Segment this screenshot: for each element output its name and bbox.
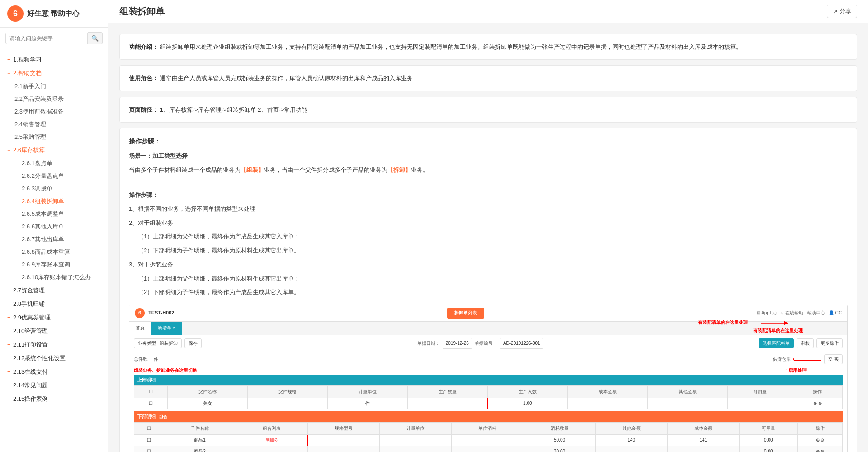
search-input[interactable] bbox=[5, 33, 88, 44]
expand-icon-2-9: + bbox=[7, 314, 10, 321]
btm-th-total: 成本金额 bbox=[667, 422, 739, 434]
step3-1: （1）上部明细为父件明细，最终作为原材料生成其它出库单； bbox=[138, 273, 848, 285]
use-role-text: 通常由生产人员或库管人员完成拆装业务的操作，库管人员确认原材料的出库和产成品的入… bbox=[160, 75, 413, 81]
top-td-name-1: 美女 bbox=[167, 398, 247, 409]
sidebar-item-2-14[interactable]: + 2.14常见问题 bbox=[0, 379, 108, 392]
sidebar-header: 6 好生意 帮助中心 bbox=[0, 0, 108, 28]
app-btn-save[interactable]: 保存 bbox=[184, 338, 202, 348]
sidebar-item-2-6[interactable]: − 2.6库存核算 bbox=[0, 143, 108, 157]
sidebar-item-2-8[interactable]: + 2.8手机旺铺 bbox=[0, 297, 108, 311]
app-btn-more[interactable]: 更多操作 bbox=[816, 338, 843, 348]
btm-td-name-2: 商品2 bbox=[164, 446, 236, 452]
sidebar-item-label-2-8: 2.8手机旺铺 bbox=[13, 300, 45, 308]
logo-icon: 6 bbox=[7, 5, 24, 22]
content-area: 功能介绍： 组装拆卸单用来处理企业组装或拆卸等加工业务，支持有固定装配清单的产品… bbox=[108, 23, 868, 452]
sidebar-item-2-6-10[interactable]: 2.6.10库存账本错了怎么办 bbox=[0, 271, 108, 284]
btm-th-qty: 消耗数量 bbox=[524, 422, 595, 434]
btm-td-consume-2 bbox=[452, 446, 524, 452]
sidebar-subitem-label-2-6-5: 2.6.5成本调整单 bbox=[22, 210, 64, 218]
app-tab-new: 新增单 × bbox=[151, 322, 182, 335]
step3-2: （2）下部明细为子件明细，最终作为产成品生成其它入库单。 bbox=[138, 287, 848, 298]
btm-td-unit-1 bbox=[380, 434, 452, 446]
sidebar-item-2-15[interactable]: + 2.15操作案例 bbox=[0, 392, 108, 406]
app-btn-bom[interactable]: 选择匹配料单 bbox=[759, 338, 794, 348]
sidebar-item-label-2-12: 2.12系统个性化设置 bbox=[13, 354, 66, 362]
scene1-title: 场景一：加工类型选择 bbox=[129, 152, 188, 159]
btm-td-avail-1: 0.00 bbox=[739, 434, 797, 446]
share-button[interactable]: ↗ 分享 bbox=[827, 5, 857, 18]
sidebar-item-label-2-11: 2.11打印设置 bbox=[13, 341, 48, 349]
app-warehouse-label: 供货仓库 bbox=[773, 355, 791, 363]
step3: 3、对于拆装业务 bbox=[129, 259, 848, 271]
app-tab-home: 首页 bbox=[129, 322, 151, 335]
expand-icon-1: + bbox=[7, 57, 10, 63]
steps-title: 操作步骤： bbox=[129, 136, 848, 147]
btm-row-2: ☐ 商品2 30.00 0.00 bbox=[134, 446, 843, 452]
step2: 2、对于组装业务 bbox=[129, 218, 848, 229]
sidebar-item-2-11[interactable]: + 2.11打印设置 bbox=[0, 338, 108, 352]
sidebar-item-2-7[interactable]: + 2.7资金管理 bbox=[0, 284, 108, 297]
nav-tree: + 1.视频学习 − 2.帮助文档 2.1新手入门 2.2产品安装及登录 2.3… bbox=[0, 49, 108, 452]
sidebar-item-2-13[interactable]: + 2.13在线支付 bbox=[0, 365, 108, 379]
sidebar-item-2-6-6[interactable]: 2.6.6其他入库单 bbox=[0, 220, 108, 233]
expand-icon-2-13: + bbox=[7, 369, 10, 375]
sidebar-subitem-label-2-6-3: 2.6.3调拨单 bbox=[22, 185, 52, 193]
step2-2: （2）下部明细为子件明细，最终作为原材料生成其它出库单。 bbox=[138, 245, 848, 257]
sidebar-subitem-label-2-6-10: 2.6.10库存账本错了怎么办 bbox=[22, 273, 91, 281]
btm-td-consume-1 bbox=[452, 434, 524, 446]
func-intro-text: 组装拆卸单用来处理企业组装或拆卸等加工业务，支持有固定装配清单的产品加工业务，也… bbox=[160, 43, 742, 50]
sidebar-item-2-6-4[interactable]: 2.6.4组装拆卸单 bbox=[0, 195, 108, 208]
sidebar-item-2-4[interactable]: 2.4销售管理 bbox=[0, 118, 108, 131]
annotation-bom: 有装配清单的在这里处理 bbox=[753, 327, 803, 335]
btm-td-qty-2: 30.00 bbox=[524, 446, 595, 452]
sidebar-item-label-2: 2.帮助文档 bbox=[13, 69, 42, 77]
app-topbar: 6 TEST-H002 拆卸单列表 ⊞ AppT助 ⊕ 在线帮助 帮助中心 👤 … bbox=[129, 305, 847, 322]
app-warehouse-input bbox=[793, 358, 821, 361]
app-toolbar: 业务类型 组装拆卸 保存 单据日期： 2019-12-26 单据编号： AD-2… bbox=[129, 335, 847, 352]
sidebar-item-2-6-8[interactable]: 2.6.8商品成本重算 bbox=[0, 246, 108, 258]
btm-td-unit-2 bbox=[380, 446, 452, 452]
top-td-other-1 bbox=[647, 398, 727, 409]
btm-td-other-1: 140 bbox=[595, 434, 667, 446]
sidebar-item-2-1[interactable]: 2.1新手入门 bbox=[0, 80, 108, 93]
sidebar-item-2-6-5[interactable]: 2.6.5成本调整单 bbox=[0, 208, 108, 220]
app-bottom-section-header: 下部明细 组合 bbox=[134, 411, 843, 422]
top-td-op-1: ⊕ ⊖ bbox=[793, 398, 842, 409]
top-td-prodin-1: 1.00 bbox=[487, 398, 567, 409]
sidebar-item-label-2-14: 2.14常见问题 bbox=[13, 381, 48, 390]
btm-row-1: ☐ 商品1 明细公 50.00 140 141 0.00 bbox=[134, 434, 843, 446]
app-btn-doctype[interactable]: 业务类型 组装拆卸 bbox=[134, 338, 182, 348]
sidebar-item-2-6-2[interactable]: 2.6.2分量盘点单 bbox=[0, 170, 108, 182]
sidebar-subitem-label-2-6-7: 2.6.7其他出库单 bbox=[22, 235, 64, 243]
sidebar-item-2-6-7[interactable]: 2.6.7其他出库单 bbox=[0, 233, 108, 246]
sidebar-item-2-2[interactable]: 2.2产品安装及登录 bbox=[0, 93, 108, 105]
sidebar-item-2-10[interactable]: + 2.10经营管理 bbox=[0, 324, 108, 338]
page-path-text: 1、库存核算->库存管理->组装拆卸单 2、首页->常用功能 bbox=[160, 106, 308, 113]
sidebar-item-2-5[interactable]: 2.5采购管理 bbox=[0, 131, 108, 143]
sidebar-item-1[interactable]: + 1.视频学习 bbox=[0, 53, 108, 67]
sidebar-subitem-label-2-2: 2.2产品安装及登录 bbox=[14, 95, 64, 103]
app-btn-audit[interactable]: 审核 bbox=[797, 338, 814, 348]
sidebar-item-2-9[interactable]: + 2.9优惠券管理 bbox=[0, 311, 108, 324]
sidebar-subitem-label-2-6-1: 2.6.1盘点单 bbox=[22, 159, 52, 167]
step1: 1、根据不同的业务，选择不同单据的类型来处理 bbox=[129, 204, 848, 215]
app-bom-area: 有装配清单的在这里处理 选择匹配料单 bbox=[759, 338, 794, 348]
sidebar-item-2-6-9[interactable]: 2.6.9库存账本查询 bbox=[0, 258, 108, 271]
app-btn-confirm[interactable]: 立 实 bbox=[824, 354, 843, 364]
sidebar-subitem-label-2-5: 2.5采购管理 bbox=[14, 133, 46, 141]
top-th-checkbox: ☐ bbox=[134, 385, 168, 398]
expand-icon-2-11: + bbox=[7, 342, 10, 348]
btm-td-op-2: ⊕ ⊖ bbox=[797, 446, 842, 452]
sidebar-subitem-label-2-6-8: 2.6.8商品成本重算 bbox=[22, 248, 70, 256]
top-td-unit-1: 件 bbox=[327, 398, 407, 409]
app-top-table: ☐ 父件名称 父件规格 计量单位 生产数量 生产入数 成本金额 其他金额 可用量 bbox=[134, 385, 843, 409]
sidebar-item-2-6-1[interactable]: 2.6.1盘点单 bbox=[0, 157, 108, 170]
search-button[interactable]: 🔍 bbox=[88, 32, 103, 44]
btm-th-bom: 组合列表 bbox=[236, 422, 308, 434]
top-th-prod-qty: 生产数量 bbox=[407, 385, 487, 398]
sidebar-item-2[interactable]: − 2.帮助文档 bbox=[0, 67, 108, 80]
annotation-row: 总件数: 件 供货仓库 立 实 bbox=[129, 352, 847, 366]
sidebar-item-2-6-3[interactable]: 2.6.3调拨单 bbox=[0, 182, 108, 195]
sidebar-item-2-12[interactable]: + 2.12系统个性化设置 bbox=[0, 352, 108, 365]
sidebar-item-2-3[interactable]: 2.3使用前数据准备 bbox=[0, 105, 108, 118]
